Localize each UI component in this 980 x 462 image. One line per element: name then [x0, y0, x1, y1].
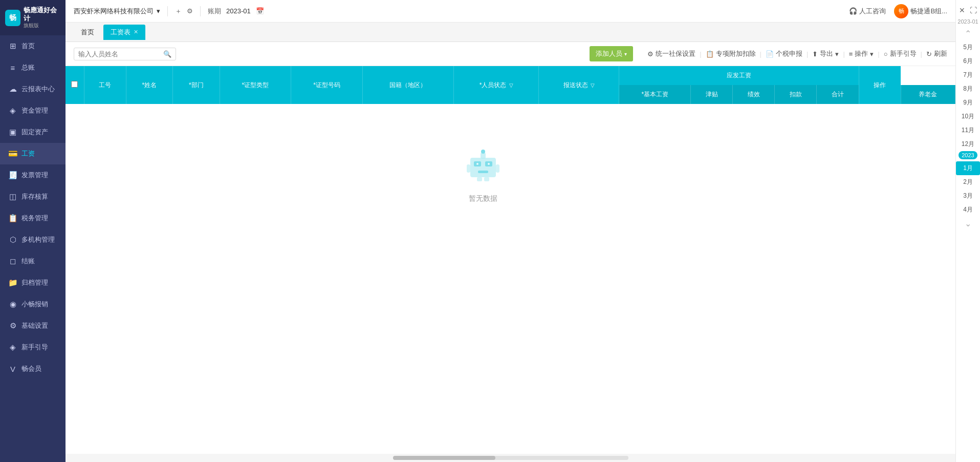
select-all-checkbox[interactable] [71, 81, 78, 88]
special-deduct-icon: 📋 [706, 50, 714, 58]
export-button[interactable]: ⬆ 导出 ▾ [812, 49, 839, 58]
month-item-july[interactable]: 7月 [956, 68, 980, 82]
sidebar-item-fund[interactable]: ◈ 资金管理 [0, 100, 66, 121]
sidebar-item-cloud-report[interactable]: ☁ 云报表中心 [0, 78, 66, 100]
month-item-apr[interactable]: 4月 [956, 203, 980, 217]
month-item-feb[interactable]: 2月 [956, 175, 980, 189]
settings-button[interactable]: ⚙ [187, 7, 193, 15]
sidebar-item-label: 畅会员 [21, 364, 41, 373]
svg-rect-3 [478, 171, 488, 173]
export-icon: ⬆ [812, 50, 818, 58]
social-security-button[interactable]: ⚙ 统一社保设置 [647, 49, 695, 58]
th-performance: 绩效 [733, 85, 775, 104]
sidebar-item-label: 固定资产 [21, 128, 48, 137]
sidebar-item-label: 小畅报销 [21, 300, 48, 309]
main-content: 西安虾米网络科技有限公司 ▾ ＋ ⚙ 账期 2023-01 📅 🎧 人工咨询 畅… [66, 0, 955, 462]
status-filter-icon[interactable]: ▽ [509, 82, 513, 88]
right-panel-close-icon[interactable]: ✕ [959, 6, 965, 14]
guide-label: 新手引导 [890, 49, 917, 58]
sidebar-item-settings[interactable]: ⚙ 基础设置 [0, 315, 66, 337]
assistant-button[interactable]: 🎧 人工咨询 [849, 7, 886, 16]
th-deduct: 扣款 [775, 85, 817, 104]
report-status-filter-icon[interactable]: ▽ [591, 82, 595, 88]
sidebar-item-label: 发票管理 [21, 171, 48, 180]
invoice-icon: 🧾 [8, 171, 17, 180]
refresh-icon: ↻ [926, 50, 932, 58]
add-person-button[interactable]: 添加人员 ▾ [590, 46, 633, 61]
sidebar-item-label: 工资 [21, 149, 35, 158]
salary-table: 工号 *姓名 *部门 *证型类型 *证型号码 国籍（地区） *人员状态 ▽ 报送… [66, 66, 955, 244]
sidebar-item-expense[interactable]: ◉ 小畅报销 [0, 293, 66, 315]
guide-icon: ◈ [8, 343, 17, 352]
year-badge: 2023 [959, 151, 977, 159]
month-item-sep[interactable]: 9月 [956, 96, 980, 110]
operations-button[interactable]: ≡ 操作 ▾ [849, 49, 874, 58]
sidebar-item-inventory[interactable]: ◫ 库存核算 [0, 186, 66, 207]
export-label: 导出 [820, 49, 833, 58]
toolbar: 🔍 添加人员 ▾ ⚙ 统一社保设置 | 📋 专项附加扣除 | 📄 个税申报 | … [66, 42, 955, 66]
right-panel-expand-icon[interactable]: ⛶ [970, 6, 977, 14]
assistant-label: 人工咨询 [859, 7, 886, 16]
sidebar-item-checkout[interactable]: ◻ 结账 [0, 250, 66, 272]
scroll-down-icon[interactable]: ⌄ [963, 217, 973, 230]
plus-icon: ＋ [175, 7, 182, 16]
tab-home[interactable]: 首页 [74, 25, 101, 40]
th-report-status: 报送状态 ▽ [539, 66, 619, 104]
month-item-june[interactable]: 6月 [956, 54, 980, 68]
multi-org-icon: ⬡ [8, 235, 17, 244]
member-icon: V [8, 365, 17, 373]
sidebar-item-home[interactable]: ⊞ 首页 [0, 35, 66, 57]
month-item-oct[interactable]: 10月 [956, 110, 980, 123]
scroll-up-icon[interactable]: ⌃ [963, 27, 973, 40]
search-wrap: 🔍 [74, 48, 176, 60]
month-item-mar[interactable]: 3月 [956, 189, 980, 203]
month-item-jan[interactable]: 1月 [956, 161, 980, 175]
th-id-no: *证型号码 [291, 66, 363, 104]
empty-text: 暂无数据 [469, 194, 497, 203]
tax-decl-icon: 📄 [766, 50, 774, 58]
calendar-icon[interactable]: 📅 [256, 7, 264, 15]
month-item-dec[interactable]: 12月 [956, 137, 980, 151]
svg-rect-7 [496, 164, 499, 173]
search-icon: 🔍 [163, 50, 171, 58]
hscrollbar-track[interactable] [393, 456, 628, 460]
tab-close-icon[interactable]: ✕ [134, 29, 138, 35]
th-checkbox [66, 66, 84, 104]
sidebar-item-label: 首页 [21, 41, 35, 51]
sidebar-item-invoice[interactable]: 🧾 发票管理 [0, 164, 66, 186]
sidebar-item-label: 多机构管理 [21, 235, 55, 244]
cloud-icon: ☁ [8, 85, 17, 94]
th-emp-no: 工号 [84, 66, 126, 104]
sidebar-item-fixed-assets[interactable]: ▣ 固定资产 [0, 121, 66, 143]
logo-title: 畅應通好会计 [24, 6, 60, 22]
operations-icon: ≡ [849, 50, 853, 58]
tab-salary-table[interactable]: 工资表 ✕ [103, 25, 145, 40]
headset-icon: 🎧 [849, 7, 857, 15]
special-deduct-label: 专项附加扣除 [716, 49, 756, 58]
tax-declaration-button[interactable]: 📄 个税申报 [766, 49, 802, 58]
sidebar-item-salary[interactable]: 💳 工资 [0, 143, 66, 164]
hscrollbar-wrap [66, 454, 955, 462]
hscrollbar-thumb[interactable] [393, 456, 495, 460]
logo-subtitle: 旗舰版 [24, 22, 60, 29]
month-item-aug[interactable]: 8月 [956, 82, 980, 96]
sidebar-item-tax[interactable]: 📋 税务管理 [0, 207, 66, 229]
expense-icon: ◉ [8, 300, 17, 309]
sidebar-item-member[interactable]: V 畅会员 [0, 358, 66, 380]
sidebar-item-ledger[interactable]: ≡ 总账 [0, 57, 66, 78]
month-item-may[interactable]: 5月 [956, 40, 980, 54]
sidebar: 畅 畅應通好会计 旗舰版 ⊞ 首页 ≡ 总账 ☁ 云报表中心 ◈ 资金管理 ▣ … [0, 0, 66, 462]
sidebar-item-archive[interactable]: 📁 归档管理 [0, 272, 66, 293]
month-item-nov[interactable]: 11月 [956, 123, 980, 137]
sidebar-item-multi-org[interactable]: ⬡ 多机构管理 [0, 229, 66, 250]
company-selector[interactable]: 西安虾米网络科技有限公司 ▾ [74, 7, 160, 16]
special-deduct-button[interactable]: 📋 专项附加扣除 [706, 49, 756, 58]
guide-button[interactable]: ○ 新手引导 [884, 49, 917, 58]
period-label: 账期 [208, 7, 221, 16]
add-company-button[interactable]: ＋ [175, 7, 182, 16]
user-profile-button[interactable]: 畅 畅捷通B组... [894, 4, 947, 18]
salary-icon: 💳 [8, 149, 17, 158]
search-input[interactable] [78, 50, 160, 58]
sidebar-item-guide[interactable]: ◈ 新手引导 [0, 337, 66, 358]
refresh-button[interactable]: ↻ 刷新 [926, 49, 947, 58]
